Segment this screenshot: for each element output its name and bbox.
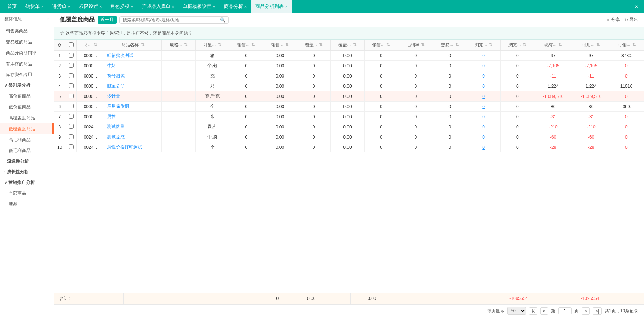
nav-close-purchase[interactable]: × <box>68 0 70 13</box>
last-page-button[interactable]: >| <box>593 307 602 315</box>
sidebar-item-low-value[interactable]: 低价值商品 <box>0 102 54 112</box>
row-checkbox-cell[interactable] <box>66 51 76 61</box>
row-checkbox[interactable] <box>69 63 74 68</box>
nav-close-analysis[interactable]: × <box>244 0 247 13</box>
col-unit[interactable]: 计量... ⇅ <box>196 40 229 51</box>
col-view1[interactable]: 浏览... ⇅ <box>467 40 500 51</box>
col-spec[interactable]: 规格... ⇅ <box>162 40 196 51</box>
col-code[interactable]: 商... ⇅ <box>76 40 104 51</box>
sidebar-item-high-coverage[interactable]: 高覆盖度商品 <box>0 112 54 123</box>
nav-item-role[interactable]: 角色授权 × <box>106 0 137 13</box>
sidebar-group-growth[interactable]: › 成长性分析 <box>0 167 54 177</box>
row-view1[interactable]: 0 <box>467 112 500 122</box>
col-sellable[interactable]: 可销... ⇅ <box>610 40 644 51</box>
sort-icon-code[interactable]: ⇅ <box>94 42 97 47</box>
sidebar-collapse-btn[interactable]: « <box>47 17 49 22</box>
row-name[interactable]: 测试数量 <box>104 122 162 132</box>
sort-icon-cover1[interactable]: ⇅ <box>319 42 323 47</box>
sidebar-item-high-value[interactable]: 高价值商品 <box>0 91 54 102</box>
sidebar-item-new-goods[interactable]: 新品 <box>0 199 54 210</box>
sidebar-item-traded-goods[interactable]: 交易过的商品 <box>0 36 54 47</box>
row-checkbox-cell[interactable] <box>66 61 76 71</box>
row-view1[interactable]: 0 <box>467 122 500 132</box>
row-name[interactable]: 多计量 <box>104 91 162 102</box>
row-name[interactable]: 测试提成 <box>104 132 162 142</box>
row-view1[interactable]: 0 <box>467 51 500 61</box>
first-page-button[interactable]: K <box>529 307 537 315</box>
page-input[interactable] <box>558 307 572 314</box>
col-cover2[interactable]: 覆盖... ⇅ <box>331 40 365 51</box>
nav-close-sales[interactable]: × <box>41 0 43 13</box>
row-view1[interactable]: 0 <box>467 81 500 91</box>
row-checkbox-cell[interactable] <box>66 102 76 112</box>
nav-item-products[interactable]: 产成品入库单 × <box>138 0 178 13</box>
nav-close-template[interactable]: × <box>213 0 215 13</box>
prev-page-button[interactable]: < <box>540 307 548 315</box>
col-sales-qty[interactable]: 销售... ⇅ <box>229 40 263 51</box>
row-checkbox-cell[interactable] <box>66 112 76 122</box>
col-name[interactable]: 商品名称 ⇅ <box>104 40 162 51</box>
per-page-select[interactable]: 50 10 20 100 <box>507 307 526 315</box>
row-checkbox[interactable] <box>69 53 74 58</box>
sidebar-item-low-coverage[interactable]: 低覆盖度商品 <box>0 123 54 134</box>
row-view1[interactable]: 0 <box>467 142 500 152</box>
row-checkbox[interactable] <box>69 144 74 149</box>
nav-close-role[interactable]: × <box>131 0 133 13</box>
sidebar-group-liquidity[interactable]: › 流通性分析 <box>0 156 54 167</box>
col-view2[interactable]: 浏览... ⇅ <box>500 40 534 51</box>
export-button[interactable]: ↻ 导出 <box>624 17 638 23</box>
sort-icon-sellable[interactable]: ⇅ <box>632 42 636 47</box>
sort-icon-available[interactable]: ⇅ <box>596 42 600 47</box>
select-all-checkbox[interactable] <box>69 42 74 47</box>
row-checkbox-cell[interactable] <box>66 132 76 142</box>
nav-close-permission[interactable]: × <box>99 0 102 13</box>
nav-close-analysis-list[interactable]: × <box>285 0 287 13</box>
row-checkbox[interactable] <box>69 104 74 108</box>
sort-icon-trade[interactable]: ⇅ <box>455 42 459 47</box>
sort-icon-name[interactable]: ⇅ <box>141 42 145 47</box>
col-current[interactable]: 现有... ⇅ <box>534 40 572 51</box>
row-checkbox[interactable] <box>69 94 74 98</box>
row-name[interactable]: 属性 <box>104 112 162 122</box>
row-view1[interactable]: 0 <box>467 71 500 81</box>
row-view1[interactable]: 0 <box>467 91 500 102</box>
col-gross[interactable]: 毛利率 ⇅ <box>398 40 433 51</box>
nav-item-template[interactable]: 单据模板设置 × <box>178 0 219 13</box>
row-name[interactable]: 启用保质期 <box>104 102 162 112</box>
sort-icon-gross[interactable]: ⇅ <box>421 42 425 47</box>
nav-close-products[interactable]: × <box>172 0 174 13</box>
sidebar-group-marketing[interactable]: ∨ 营销推广分析 <box>0 177 54 188</box>
search-icon[interactable]: 🔍 <box>220 17 225 23</box>
row-checkbox-cell[interactable] <box>66 122 76 132</box>
sort-icon-view1[interactable]: ⇅ <box>489 42 492 47</box>
sort-icon-view2[interactable]: ⇅ <box>523 42 526 47</box>
next-page-button[interactable]: > <box>582 307 590 315</box>
col-checkbox[interactable] <box>66 40 76 51</box>
sort-icon-sales-qty[interactable]: ⇅ <box>251 42 255 47</box>
sidebar-item-stock-capital[interactable]: 库存资金占用 <box>0 69 54 80</box>
sidebar-item-category-rate[interactable]: 商品分类动销率 <box>0 47 54 58</box>
col-sales3[interactable]: 销售... ⇅ <box>364 40 398 51</box>
search-input[interactable] <box>123 17 220 23</box>
row-checkbox[interactable] <box>69 83 74 88</box>
close-all-button[interactable]: × <box>632 3 641 10</box>
share-button[interactable]: ⬆ 分享 <box>606 17 620 23</box>
nav-item-purchase[interactable]: 进货单 × <box>48 0 74 13</box>
row-checkbox-cell[interactable] <box>66 142 76 152</box>
col-available[interactable]: 可用... ⇅ <box>572 40 610 51</box>
row-name[interactable]: 眼宝公仔 <box>104 81 162 91</box>
nav-item-analysis-list[interactable]: 商品分析列表 × <box>251 0 292 13</box>
row-checkbox-cell[interactable] <box>66 91 76 102</box>
row-checkbox[interactable] <box>69 134 74 139</box>
sort-icon-cover2[interactable]: ⇅ <box>353 42 357 47</box>
sidebar-item-all-goods[interactable]: 全部商品 <box>0 188 54 199</box>
row-checkbox-cell[interactable] <box>66 81 76 91</box>
sort-icon-spec[interactable]: ⇅ <box>184 42 188 47</box>
row-name[interactable]: 符号测试 <box>104 71 162 81</box>
row-name[interactable]: 属性价格打印测试 <box>104 142 162 152</box>
row-view1[interactable]: 0 <box>467 61 500 71</box>
col-settings[interactable]: ⚙ <box>54 40 66 51</box>
nav-item-home[interactable]: 首页 <box>3 0 21 13</box>
col-sales-amt[interactable]: 销售... ⇅ <box>263 40 297 51</box>
row-checkbox[interactable] <box>69 73 74 78</box>
